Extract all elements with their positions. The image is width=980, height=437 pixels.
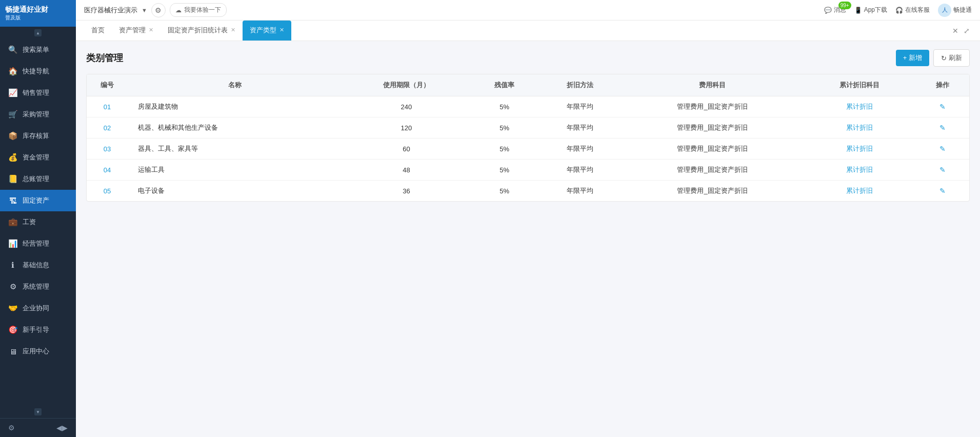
cell-method: 年限平均	[538, 160, 622, 181]
sidebar-item-guide[interactable]: 🎯 新手引导	[0, 319, 76, 341]
finance-icon: 💰	[8, 153, 17, 162]
collab-icon: 🤝	[8, 304, 17, 313]
sidebar-item-label: 销售管理	[23, 88, 49, 97]
category-table: 编号 名称 使用期限（月） 残值率 折旧方法 费用科目 累计折旧科目 操作 01…	[86, 74, 970, 202]
cell-name: 运输工具	[128, 160, 343, 181]
table-row: 05 电子设备 36 5% 年限平均 管理费用_固定资产折旧 累计折旧 ✎	[87, 181, 969, 202]
cell-method: 年限平均	[538, 96, 622, 117]
cell-period: 240	[343, 96, 471, 117]
page-header: 类别管理 + 新增 ↻ 刷新	[86, 49, 970, 67]
scroll-up-area: ▲	[0, 27, 76, 39]
cell-id: 03	[87, 138, 128, 160]
edit-button[interactable]: ✎	[939, 103, 946, 111]
cell-expense: 管理费用_固定资产折旧	[622, 96, 803, 117]
tab-depreciation-table[interactable]: 固定资产折旧统计表 ✕	[161, 21, 243, 41]
sidebar-item-quicknav[interactable]: 🏠 快捷导航	[0, 61, 76, 82]
sidebar-item-collab[interactable]: 🤝 企业协同	[0, 297, 76, 319]
sidebar-item-label: 库存核算	[23, 131, 49, 141]
sidebar-item-system[interactable]: ⚙ 系统管理	[0, 276, 76, 297]
operations-icon: 📊	[8, 239, 17, 248]
edit-button[interactable]: ✎	[939, 145, 946, 153]
cell-name: 房屋及建筑物	[128, 96, 343, 117]
refresh-button[interactable]: ↻ 刷新	[933, 49, 970, 67]
search-icon: 🔍	[8, 45, 17, 54]
topbar-left: 医疗器械行业演示 ▼ ⚙ ☁ 我要体验一下	[84, 3, 227, 17]
fixed-assets-icon: 🏗	[8, 196, 17, 205]
new-button[interactable]: + 新增	[896, 50, 929, 66]
settings-gear-button[interactable]: ⚙	[151, 3, 166, 17]
cell-residual: 5%	[470, 96, 538, 117]
tab-home-label: 首页	[91, 26, 105, 35]
tab-asset-type[interactable]: 资产类型 ✕	[243, 21, 291, 41]
close-window-button[interactable]: ✕	[952, 27, 958, 35]
info-icon: ℹ	[8, 261, 17, 270]
app-download-button[interactable]: 📱 App下载	[854, 6, 887, 14]
sidebar-item-label: 采购管理	[23, 110, 49, 119]
experience-label: 我要体验一下	[184, 6, 221, 14]
cell-residual: 5%	[470, 138, 538, 160]
cell-name: 机器、机械和其他生产设备	[128, 117, 343, 138]
sidebar-item-fixed-assets[interactable]: 🏗 固定资产	[0, 190, 76, 211]
username: 畅捷通	[953, 6, 972, 14]
sidebar-item-inventory[interactable]: 📦 库存核算	[0, 125, 76, 147]
cell-action: ✎	[916, 181, 969, 202]
sidebar-item-basic-info[interactable]: ℹ 基础信息	[0, 254, 76, 276]
sidebar-item-app-center[interactable]: 🖥 应用中心	[0, 341, 76, 362]
cell-period: 36	[343, 181, 471, 202]
col-header-accumulated: 累计折旧科目	[803, 74, 916, 96]
sidebar-item-sales[interactable]: 📈 销售管理	[0, 82, 76, 104]
message-button[interactable]: 💬 消息 99+	[824, 6, 846, 14]
table-row: 02 机器、机械和其他生产设备 120 5% 年限平均 管理费用_固定资产折旧 …	[87, 117, 969, 138]
cell-action: ✎	[916, 96, 969, 117]
expand-window-button[interactable]: ⤢	[964, 27, 970, 35]
sidebar: 畅捷通好业财 普及版 ▲ 🔍 搜索菜单 🏠 快捷导航 📈 销售管理 🛒 采购管理…	[0, 0, 76, 437]
tab-home[interactable]: 首页	[84, 21, 112, 41]
sidebar-item-label: 系统管理	[23, 282, 49, 291]
cell-period: 48	[343, 160, 471, 181]
sidebar-item-finance[interactable]: 💰 资金管理	[0, 147, 76, 168]
ledger-icon: 📒	[8, 174, 17, 184]
topbar-right: 💬 消息 99+ 📱 App下载 🎧 在线客服 人 畅捷通	[824, 4, 972, 17]
inventory-icon: 📦	[8, 131, 17, 141]
col-header-action: 操作	[916, 74, 969, 96]
tab-asset-type-close[interactable]: ✕	[279, 27, 284, 33]
sidebar-item-purchase[interactable]: 🛒 采购管理	[0, 104, 76, 125]
cell-id: 01	[87, 96, 128, 117]
sales-icon: 📈	[8, 88, 17, 97]
content-area: 类别管理 + 新增 ↻ 刷新 编号 名称 使用期限（月） 残值率 折旧方法	[76, 41, 980, 437]
cell-expense: 管理费用_固定资产折旧	[622, 117, 803, 138]
edit-button[interactable]: ✎	[939, 166, 946, 174]
cell-name: 电子设备	[128, 181, 343, 202]
sidebar-item-search[interactable]: 🔍 搜索菜单	[0, 39, 76, 61]
sidebar-item-operations[interactable]: 📊 经营管理	[0, 233, 76, 254]
table-row: 03 器具、工具、家具等 60 5% 年限平均 管理费用_固定资产折旧 累计折旧…	[87, 138, 969, 160]
cell-name: 器具、工具、家具等	[128, 138, 343, 160]
cell-action: ✎	[916, 117, 969, 138]
cell-accumulated: 累计折旧	[803, 138, 916, 160]
cell-expense: 管理费用_固定资产折旧	[622, 181, 803, 202]
experience-button[interactable]: ☁ 我要体验一下	[170, 3, 227, 17]
edit-button[interactable]: ✎	[939, 187, 946, 195]
cell-residual: 5%	[470, 160, 538, 181]
col-header-name: 名称	[128, 74, 343, 96]
scroll-down-button[interactable]: ▼	[34, 408, 42, 415]
tab-asset-management-close[interactable]: ✕	[149, 27, 153, 33]
sidebar-item-payroll[interactable]: 💼 工资	[0, 211, 76, 233]
customer-service-button[interactable]: 🎧 在线客服	[895, 6, 930, 14]
tab-asset-management[interactable]: 资产管理 ✕	[112, 21, 161, 41]
edit-button[interactable]: ✎	[939, 124, 946, 132]
sidebar-item-ledger[interactable]: 📒 总账管理	[0, 168, 76, 190]
sidebar-item-label: 快捷导航	[23, 67, 49, 76]
sidebar-item-label: 工资	[23, 217, 36, 227]
table-row: 01 房屋及建筑物 240 5% 年限平均 管理费用_固定资产折旧 累计折旧 ✎	[87, 96, 969, 117]
page-actions: + 新增 ↻ 刷新	[896, 49, 970, 67]
company-dropdown-icon[interactable]: ▼	[142, 7, 147, 13]
settings-footer-icon[interactable]: ⚙	[8, 424, 15, 432]
app-logo: 畅捷通好业财 普及版	[0, 0, 76, 27]
cell-residual: 5%	[470, 181, 538, 202]
tab-depreciation-close[interactable]: ✕	[231, 27, 235, 33]
user-profile[interactable]: 人 畅捷通	[938, 4, 972, 17]
scroll-up-button[interactable]: ▲	[34, 29, 42, 36]
cell-id: 04	[87, 160, 128, 181]
collapse-sidebar-icon[interactable]: ◀▶	[56, 424, 68, 432]
